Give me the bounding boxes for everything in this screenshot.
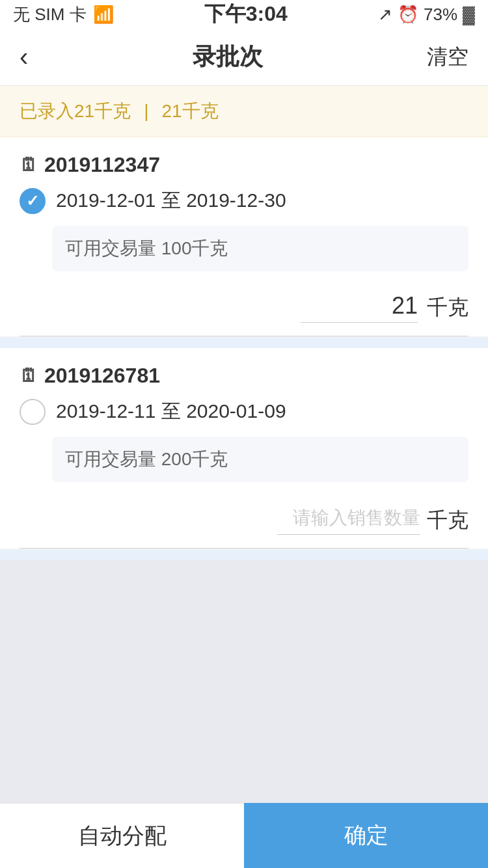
nav-bar: ‹ 录批次 清空: [0, 29, 488, 86]
battery-text: 73%: [424, 5, 457, 25]
batch-2-id: 2019126781: [44, 364, 160, 388]
info-banner: 已录入21千克 | 21千克: [0, 86, 488, 137]
batch-2-date: 2019-12-11 至 2020-01-09: [56, 398, 286, 425]
page-title: 录批次: [193, 41, 263, 73]
status-right: ↗ ⏰ 73% ▓: [378, 5, 475, 25]
location-icon: ↗: [378, 5, 392, 25]
batch-1-radio[interactable]: [20, 188, 46, 214]
bottom-bar: 自动分配 确定: [0, 803, 488, 868]
batch-1-quantity-row: 21 千克: [0, 282, 488, 336]
batch-2-icon: 🗓: [20, 365, 38, 387]
batch-2-unit: 千克: [427, 506, 468, 535]
batch-1-date: 2019-12-01 至 2019-12-30: [56, 187, 286, 214]
no-sim-text: 无 SIM 卡: [13, 3, 87, 26]
recorded-label: 已录入21千克: [20, 99, 131, 124]
alarm-icon: ⏰: [398, 5, 418, 25]
wifi-icon: 📶: [93, 5, 114, 25]
gray-area: [0, 560, 488, 840]
batch-item-1: 🗓 2019112347 2019-12-01 至 2019-12-30 可用交…: [0, 137, 488, 336]
blue-divider-2: [0, 550, 488, 560]
batch-item-2: 🗓 2019126781 2019-12-11 至 2020-01-09 可用交…: [0, 348, 488, 549]
batch-2-input-row: 请输入销售数量 千克: [0, 493, 488, 548]
banner-divider: |: [144, 101, 148, 122]
batch-1-unit: 千克: [427, 293, 468, 322]
batch-1-available: 可用交易量 100千克: [52, 226, 468, 271]
batch-1-quantity-value[interactable]: 21: [301, 292, 418, 322]
confirm-button[interactable]: 确定: [244, 803, 488, 868]
separator-1: [20, 336, 468, 336]
batch-2-available: 可用交易量 200千克: [52, 437, 468, 482]
batch-2-header: 🗓 2019126781: [0, 348, 488, 394]
blue-divider-1: [0, 338, 488, 348]
status-time: 下午3:04: [204, 0, 288, 29]
batch-2-input-placeholder[interactable]: 请输入销售数量: [293, 506, 420, 530]
status-left: 无 SIM 卡 📶: [13, 3, 114, 26]
status-bar: 无 SIM 卡 📶 下午3:04 ↗ ⏰ 73% ▓: [0, 0, 488, 29]
batch-1-id: 2019112347: [44, 153, 160, 177]
battery-icon: ▓: [463, 5, 475, 25]
clear-button[interactable]: 清空: [427, 43, 468, 72]
batch-2-date-row: 2019-12-11 至 2020-01-09: [0, 394, 488, 431]
separator-2: [20, 548, 468, 549]
batch-2-radio[interactable]: [20, 399, 46, 425]
batch-1-date-row: 2019-12-01 至 2019-12-30: [0, 183, 488, 221]
auto-distribute-button[interactable]: 自动分配: [0, 803, 244, 868]
batch-1-header: 🗓 2019112347: [0, 137, 488, 183]
batch-1-underline-area: 21: [301, 292, 418, 323]
batch-1-icon: 🗓: [20, 154, 38, 176]
total-label: 21千克: [161, 99, 218, 124]
back-button[interactable]: ‹: [20, 42, 28, 72]
